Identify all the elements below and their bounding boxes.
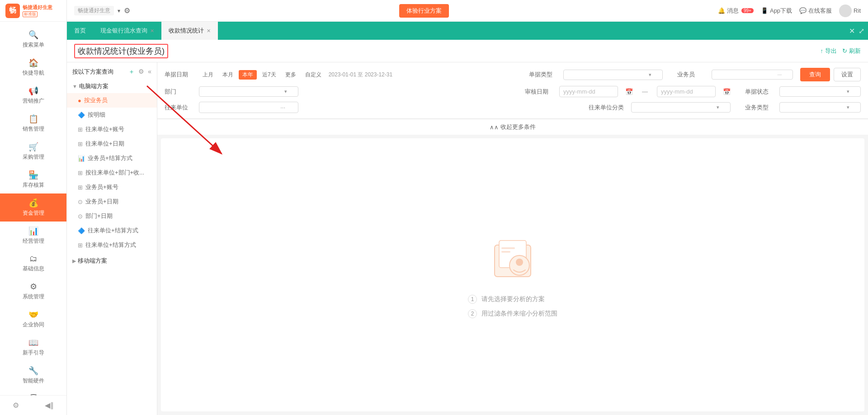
user-group[interactable]: Rit — [839, 5, 861, 17]
desktop-group-title[interactable]: ▼ 电脑端方案 — [67, 80, 157, 93]
date-tab-more[interactable]: 更多 — [282, 70, 300, 80]
scheme-item-dept-date[interactable]: ⊙ 部门+日期 — [67, 209, 157, 223]
calendar-icon-to[interactable]: 📅 — [723, 88, 731, 95]
tab-expand[interactable]: ⤢ — [859, 27, 864, 35]
header-gear-icon[interactable]: ⚙ — [124, 6, 130, 15]
logo-area: 畅 畅捷通好生意 标准版 — [0, 0, 66, 22]
doc-status-select[interactable]: ▾ — [779, 86, 861, 97]
date-tab-this-year[interactable]: 本年 — [239, 70, 257, 80]
empty-illustration — [486, 231, 540, 286]
sales-icon: 📋 — [28, 114, 38, 124]
sidebar-item-sales[interactable]: 📋 销售管理 — [0, 109, 66, 137]
scheme-item-client-account[interactable]: ⊞ 往来单位+账号 — [67, 122, 157, 137]
mobile-expand-arrow: ▶ — [72, 258, 76, 264]
notification-icon: 🔔 — [718, 7, 725, 14]
tab-home[interactable]: 首页 — [67, 22, 93, 40]
add-scheme-button[interactable]: ＋ — [128, 68, 135, 76]
scheme-item-by-detail[interactable]: 🔷 按明细 — [67, 108, 157, 122]
header-brand: 畅捷通好生意 — [74, 6, 114, 15]
sidebar-item-search[interactable]: 🔍 搜索菜单 — [0, 25, 66, 53]
audit-date-to[interactable]: yyyy-mm-dd — [657, 86, 716, 97]
svg-rect-4 — [501, 247, 515, 249]
scheme-settings-button[interactable]: ⚙ — [138, 68, 144, 76]
refresh-button[interactable]: ↻ 刷新 — [842, 47, 861, 55]
staff-select[interactable]: ··· — [712, 70, 793, 80]
collapse-bar[interactable]: ∧∧ 收起更多条件 — [157, 119, 868, 135]
sidebar-item-system[interactable]: ⚙ 系统管理 — [0, 277, 66, 305]
scheme-item-client-dept[interactable]: ⊞ 按往来单位+部门+收... — [67, 165, 157, 180]
scheme-item-staff-settle[interactable]: 📊 业务员+结算方式 — [67, 151, 157, 165]
header-dropdown[interactable]: ▾ — [118, 8, 120, 14]
query-button[interactable]: 查询 — [800, 68, 830, 81]
sidebar-item-inventory[interactable]: 🏪 库存核算 — [0, 165, 66, 193]
notification-group[interactable]: 🔔 消息 99+ — [718, 7, 754, 15]
step-num-2: 2 — [468, 309, 477, 318]
collapse-panel-button[interactable]: « — [148, 68, 151, 76]
scheme-item-by-staff[interactable]: ● 按业务员 — [67, 93, 157, 108]
tab-bank[interactable]: 现金银行流水查询 ✕ — [93, 22, 161, 40]
empty-step-2: 2 用过滤条件来缩小分析范围 — [468, 309, 557, 318]
scheme-item-staff-date[interactable]: ⊙ 业务员+日期 — [67, 194, 157, 209]
page-title-actions: ↑ 导出 ↻ 刷新 — [821, 47, 861, 55]
header-left: 畅捷通好生意 ▾ ⚙ — [74, 6, 130, 15]
calendar-icon-from[interactable]: 📅 — [625, 88, 633, 95]
staff-account-icon: ⊞ — [78, 184, 83, 191]
app-download-group[interactable]: 📱 App下载 — [761, 7, 792, 15]
scheme-item-client-date[interactable]: ⊞ 往来单位+日期 — [67, 137, 157, 151]
date-tab-last7[interactable]: 近7天 — [259, 70, 280, 80]
sidebar-item-smarthw[interactable]: 🔧 智能硬件 — [0, 361, 66, 389]
page-title-bar: 收款情况统计(按业务员) ↑ 导出 ↻ 刷新 — [67, 40, 868, 62]
logo-text: 畅捷通好生意 标准版 — [23, 4, 52, 18]
bank-tab-close[interactable]: ✕ — [150, 28, 154, 34]
sidebar-item-marketing[interactable]: 📢 营销推广 — [0, 81, 66, 109]
counterpart-cat-arrow: ▾ — [717, 104, 719, 110]
sidebar-item-purchase[interactable]: 🛒 采购管理 — [0, 137, 66, 165]
filter-row-3: 往来单位 ··· 往来单位分类 ▾ 业务类型 — [165, 102, 861, 113]
doc-type-select[interactable]: ▾ — [563, 70, 663, 80]
sidebar-item-newguide[interactable]: 📖 新手引导 — [0, 333, 66, 361]
tab-close-all[interactable]: ✕ — [849, 27, 855, 35]
left-panel-header: 按以下方案查询 ＋ ⚙ « — [67, 62, 157, 80]
trial-button[interactable]: 体验行业方案 — [399, 4, 449, 18]
svg-rect-5 — [501, 251, 510, 253]
sidebar-item-finance[interactable]: 💰 资金管理 — [0, 193, 66, 222]
mobile-group-title[interactable]: ▶ 移动端方案 — [67, 254, 157, 268]
enterprise-icon: 🤝 — [28, 310, 38, 320]
client-settle2-icon: ⊞ — [78, 242, 83, 249]
online-service-group[interactable]: 💬 在线客服 — [799, 7, 832, 15]
dept-select[interactable]: ▾ — [199, 86, 298, 97]
scheme-item-staff-account[interactable]: ⊞ 业务员+账号 — [67, 180, 157, 194]
receipt-tab-close[interactable]: ✕ — [207, 28, 211, 34]
doc-status-arrow: ▾ — [847, 89, 849, 94]
sidebar-item-operations[interactable]: 📊 经营管理 — [0, 222, 66, 250]
sidebar-item-enterprise[interactable]: 🤝 企业协同 — [0, 305, 66, 333]
receipt-tab-label: 收款情况统计 — [169, 27, 204, 35]
main-area: 畅捷通好生意 ▾ ⚙ 体验行业方案 🔔 消息 99+ 📱 App下载 💬 在线客… — [67, 0, 868, 415]
set-button[interactable]: 设置 — [834, 68, 861, 81]
sidebar-item-basicinfo[interactable]: 🗂 基础信息 — [0, 250, 66, 277]
finance-icon: 💰 — [28, 198, 38, 208]
empty-state: 1 请先选择要分析的方案 2 用过滤条件来缩小分析范围 — [161, 138, 864, 411]
date-tabs: 上月 本月 本年 近7天 更多 自定义 2023-01-01 至 2023-12… — [199, 70, 392, 80]
date-tab-this-month[interactable]: 本月 — [219, 70, 237, 80]
right-content: 单据日期 上月 本月 本年 近7天 更多 自定义 2023-01-01 至 20… — [157, 62, 868, 415]
scheme-item-client-settle1[interactable]: 🔷 往来单位+结算方式 — [67, 223, 157, 238]
sidebar-item-quicknav[interactable]: 🏠 快捷导航 — [0, 53, 66, 81]
tab-receipt[interactable]: 收款情况统计 ✕ — [161, 22, 218, 40]
empty-step-1: 1 请先选择要分析的方案 — [468, 295, 557, 304]
filter-area: 单据日期 上月 本月 本年 近7天 更多 自定义 2023-01-01 至 20… — [157, 62, 868, 119]
counterpart-select[interactable]: ··· — [199, 102, 298, 113]
counterpart-category-select[interactable]: ▾ — [631, 102, 731, 113]
sidebar-item-wechat[interactable]: 💬 企业微信 — [0, 389, 66, 395]
expand-arrow: ▼ — [72, 84, 77, 89]
scheme-item-client-settle2[interactable]: ⊞ 往来单位+结算方式 — [67, 238, 157, 252]
date-tab-custom[interactable]: 自定义 — [302, 70, 325, 80]
left-panel-actions: ＋ ⚙ « — [128, 68, 151, 76]
settings-button[interactable]: ⚙ — [13, 401, 19, 410]
biz-type-select[interactable]: ▾ — [779, 102, 861, 113]
newguide-icon: 📖 — [28, 338, 38, 348]
collapse-sidebar-button[interactable]: ◀∥ — [45, 401, 54, 410]
audit-date-from[interactable]: yyyy-mm-dd — [559, 86, 618, 97]
export-button[interactable]: ↑ 导出 — [821, 47, 837, 55]
date-tab-last-month[interactable]: 上月 — [199, 70, 217, 80]
